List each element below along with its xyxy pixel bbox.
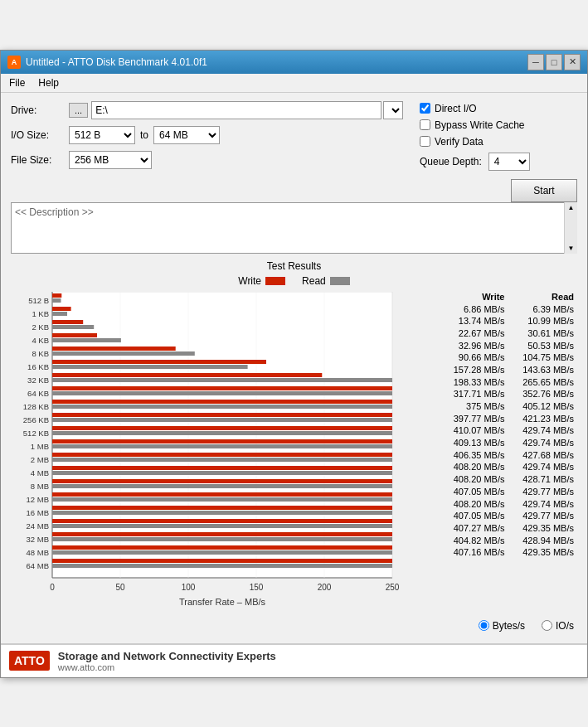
svg-text:100: 100: [182, 583, 196, 592]
read-header: Read: [508, 292, 574, 302]
svg-text:8 MB: 8 MB: [31, 482, 49, 491]
svg-rect-29: [52, 351, 195, 356]
maximize-button[interactable]: □: [546, 54, 562, 70]
svg-text:1 KB: 1 KB: [32, 309, 49, 318]
queue-depth-dropdown[interactable]: 4: [488, 153, 530, 171]
bypass-cache-row: Bypass Write Cache: [420, 119, 577, 131]
svg-rect-55: [52, 466, 401, 470]
svg-rect-37: [52, 386, 401, 390]
svg-text:48 MB: 48 MB: [27, 548, 49, 557]
ios-radio[interactable]: [542, 620, 552, 631]
close-button[interactable]: ✕: [564, 54, 581, 70]
svg-text:200: 200: [318, 583, 332, 592]
svg-rect-38: [52, 391, 401, 395]
table-row: 32.96 MB/s 50.53 MB/s: [432, 340, 577, 352]
window-controls: ─ □ ✕: [527, 54, 581, 70]
table-row: 407.05 MB/s 429.77 MB/s: [432, 510, 577, 522]
svg-rect-22: [52, 320, 83, 324]
browse-button[interactable]: ...: [69, 103, 88, 118]
description-box: << Description >>: [11, 202, 577, 254]
table-row: 317.71 MB/s 352.76 MB/s: [432, 388, 577, 400]
direct-io-row: Direct I/O: [420, 103, 577, 114]
svg-rect-19: [52, 307, 71, 311]
verify-data-checkbox[interactable]: [420, 136, 430, 147]
svg-text:32 KB: 32 KB: [27, 376, 49, 385]
io-size-label: I/O Size:: [11, 129, 69, 141]
svg-text:64 MB: 64 MB: [27, 561, 49, 570]
read-legend-color: [330, 277, 350, 285]
start-button[interactable]: Start: [511, 179, 577, 202]
top-section: Drive: ... ▼ I/O Size: 512 B to 64 MB: [11, 101, 577, 202]
svg-rect-25: [52, 333, 97, 337]
scroll-up-arrow[interactable]: ▲: [565, 202, 577, 213]
menu-bar: File Help: [1, 74, 587, 93]
menu-help[interactable]: Help: [33, 75, 64, 90]
chart-legend: Write Read: [11, 275, 577, 287]
bytes-label: Bytes/s: [493, 620, 525, 632]
direct-io-checkbox[interactable]: [420, 103, 430, 114]
legend-read: Read: [302, 275, 350, 287]
svg-rect-16: [52, 293, 61, 298]
svg-rect-34: [52, 373, 322, 377]
description-scrollbar[interactable]: ▲ ▼: [564, 202, 577, 254]
svg-rect-26: [52, 338, 121, 342]
bypass-cache-checkbox[interactable]: [420, 119, 430, 130]
chart-container: 0 50 100 150 200 250 Transfer Rate – MB/…: [11, 292, 425, 615]
svg-text:64 KB: 64 KB: [27, 389, 49, 398]
menu-file[interactable]: File: [4, 75, 30, 90]
svg-text:512 KB: 512 KB: [23, 429, 49, 438]
svg-rect-23: [52, 325, 94, 329]
bottom-options: Bytes/s IO/s: [11, 620, 577, 632]
svg-rect-49: [52, 439, 401, 443]
table-row: 408.20 MB/s 429.74 MB/s: [432, 498, 577, 511]
options-section: Direct I/O Bypass Write Cache Verify Dat…: [420, 101, 577, 202]
file-size-row: File Size: 256 MB: [11, 151, 403, 169]
svg-rect-41: [52, 405, 401, 409]
svg-rect-50: [52, 444, 401, 448]
svg-rect-46: [52, 426, 401, 430]
svg-text:1 MB: 1 MB: [31, 442, 49, 451]
scroll-down-arrow[interactable]: ▼: [565, 243, 577, 254]
table-row: 410.07 MB/s 429.74 MB/s: [432, 424, 577, 437]
test-results-section: Test Results Write Read: [11, 260, 577, 632]
svg-text:24 MB: 24 MB: [27, 521, 49, 531]
table-row: 90.66 MB/s 104.75 MB/s: [432, 351, 577, 364]
write-header: Write: [439, 292, 505, 302]
minimize-button[interactable]: ─: [527, 54, 544, 70]
table-row: 407.27 MB/s 429.35 MB/s: [432, 522, 577, 535]
atto-logo: ATTO: [9, 651, 50, 671]
svg-rect-62: [52, 497, 401, 502]
svg-text:150: 150: [250, 583, 264, 592]
main-window: A Untitled - ATTO Disk Benchmark 4.01.0f…: [0, 50, 588, 678]
svg-text:128 KB: 128 KB: [23, 402, 49, 411]
file-size-dropdown[interactable]: 256 MB: [69, 151, 152, 169]
svg-rect-40: [52, 400, 401, 404]
bytes-radio[interactable]: [479, 620, 489, 631]
description-text: << Description >>: [15, 206, 94, 218]
drive-dropdown[interactable]: ▼: [383, 101, 403, 119]
io-size-from-dropdown[interactable]: 512 B: [69, 126, 135, 144]
drive-input[interactable]: [91, 101, 381, 119]
svg-rect-43: [52, 413, 401, 417]
table-row: 409.13 MB/s 429.74 MB/s: [432, 437, 577, 449]
svg-text:2 KB: 2 KB: [32, 322, 49, 332]
svg-rect-70: [52, 532, 401, 536]
svg-rect-52: [52, 453, 401, 457]
file-size-label: File Size:: [11, 154, 69, 166]
svg-text:50: 50: [115, 583, 125, 592]
svg-text:2 MB: 2 MB: [31, 455, 49, 464]
chart-area: 0 50 100 150 200 250 Transfer Rate – MB/…: [11, 292, 577, 615]
svg-text:512 B: 512 B: [28, 296, 49, 305]
svg-rect-74: [52, 550, 401, 555]
atto-main-text: Storage and Network Connectivity Experts: [58, 650, 276, 662]
io-size-to-dropdown[interactable]: 64 MB: [153, 126, 220, 144]
svg-rect-73: [52, 545, 401, 550]
table-row: 375 MB/s 405.12 MB/s: [432, 400, 577, 413]
svg-rect-68: [52, 524, 401, 528]
write-legend-label: Write: [238, 275, 261, 287]
form-section: Drive: ... ▼ I/O Size: 512 B to 64 MB: [11, 101, 403, 202]
direct-io-label: Direct I/O: [435, 103, 477, 114]
svg-text:250: 250: [386, 583, 400, 592]
ios-option: IO/s: [542, 620, 574, 632]
table-row: 408.20 MB/s 428.71 MB/s: [432, 473, 577, 486]
